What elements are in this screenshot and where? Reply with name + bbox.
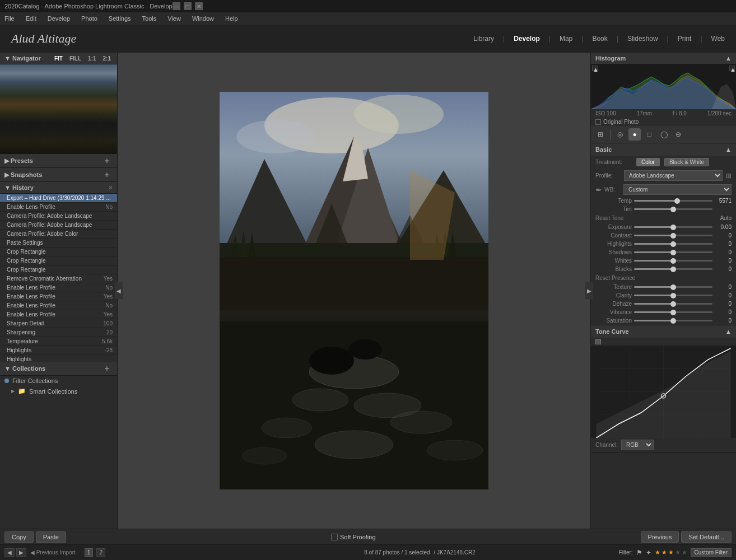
shadow-clip-indicator[interactable]: ▲ <box>592 66 598 71</box>
menu-edit[interactable]: Edit <box>24 14 39 23</box>
blacks-slider[interactable] <box>634 268 712 270</box>
set-default-button[interactable]: Set Default... <box>681 531 732 543</box>
channel-select[interactable]: RGB Red Green Blue <box>621 440 654 450</box>
contrast-thumb[interactable] <box>670 233 676 239</box>
history-item[interactable]: Paste Settings <box>0 239 117 248</box>
navigator-header[interactable]: ▼ Navigator FIT FILL 1:1 2:1 <box>0 53 117 64</box>
zoom-2-1[interactable]: 2:1 <box>101 55 113 62</box>
nav-library[interactable]: Library <box>473 35 494 43</box>
filmstrip-forward-button[interactable]: ▶ <box>16 548 26 557</box>
highlights-thumb[interactable] <box>670 241 676 247</box>
star-5[interactable]: ★ <box>682 549 687 556</box>
history-item[interactable]: Camera Profile: Adobe Landscape <box>0 221 117 230</box>
vibrance-thumb[interactable] <box>670 310 676 315</box>
smart-collections-item[interactable]: ▶ 📁 Smart Collections <box>0 386 117 396</box>
highlights-slider[interactable] <box>634 243 712 245</box>
snapshots-header[interactable]: ▶ Snapshots + <box>0 168 117 182</box>
copy-button[interactable]: Copy <box>4 531 34 543</box>
texture-slider[interactable] <box>634 286 712 288</box>
history-item[interactable]: Crop Rectangle <box>0 256 117 265</box>
custom-filter-button[interactable]: Custom Filter <box>691 548 732 557</box>
tint-slider[interactable] <box>634 208 712 210</box>
filmstrip-view-1[interactable]: 1 <box>85 548 94 557</box>
history-item[interactable]: Highlights -28 <box>0 346 117 355</box>
history-item[interactable]: Enable Lens Profile Yes <box>0 292 117 301</box>
original-photo-toggle[interactable]: Original Photo <box>591 118 736 126</box>
color-button[interactable]: Color <box>636 158 660 166</box>
contrast-slider[interactable] <box>634 235 712 236</box>
tint-thumb[interactable] <box>670 207 676 212</box>
history-item[interactable]: Sharpening 20 <box>0 328 117 337</box>
history-item[interactable]: Enable Lens Profile No <box>0 203 117 212</box>
collections-add-button[interactable]: + <box>101 364 113 373</box>
history-clear[interactable]: ✕ <box>108 185 113 191</box>
whites-slider[interactable] <box>634 260 712 262</box>
menu-tools[interactable]: Tools <box>140 14 159 23</box>
collections-header[interactable]: ▼ Collections + <box>0 362 117 376</box>
blacks-thumb[interactable] <box>670 267 676 272</box>
wb-eyedropper-icon[interactable]: ✒ <box>595 185 602 194</box>
history-header[interactable]: ▼ History ✕ <box>0 182 117 194</box>
whites-thumb[interactable] <box>670 258 676 264</box>
paste-button[interactable]: Paste <box>36 531 66 543</box>
exposure-thumb[interactable] <box>670 225 676 230</box>
star-3[interactable]: ★ <box>668 549 674 556</box>
filter-collections-item[interactable]: Filter Collections <box>0 376 117 386</box>
texture-thumb[interactable] <box>670 284 676 290</box>
star-4[interactable]: ★ <box>675 549 681 556</box>
presets-header[interactable]: ▶ Presets + <box>0 154 117 168</box>
dehaze-slider[interactable] <box>634 303 712 305</box>
black-white-button[interactable]: Black & White <box>664 158 709 166</box>
zoom-1-1[interactable]: 1:1 <box>86 55 97 62</box>
shadows-thumb[interactable] <box>670 250 676 255</box>
shadows-slider[interactable] <box>634 251 712 253</box>
history-item[interactable]: Temperature 5.6k <box>0 337 117 346</box>
history-item[interactable]: Enable Lens Profile No <box>0 301 117 310</box>
previous-button[interactable]: Previous <box>641 531 679 543</box>
history-item[interactable]: Enable Lens Profile No <box>0 283 117 292</box>
menu-help[interactable]: Help <box>223 14 240 23</box>
dehaze-thumb[interactable] <box>670 301 676 307</box>
close-button[interactable]: ✕ <box>195 2 203 10</box>
menu-develop[interactable]: Develop <box>45 14 72 23</box>
spot-removal-tool[interactable]: ◎ <box>614 128 626 141</box>
history-item[interactable]: Highlights <box>0 355 117 362</box>
original-photo-checkbox[interactable] <box>595 119 601 125</box>
basic-panel-header[interactable]: Basic ▲ <box>591 143 736 156</box>
nav-map[interactable]: Map <box>560 35 572 43</box>
vibrance-slider[interactable] <box>634 311 712 313</box>
star-2[interactable]: ★ <box>662 549 667 556</box>
history-item[interactable]: Export – Hard Drive (3/30/2020 1:14:29 .… <box>0 194 117 203</box>
menu-settings[interactable]: Settings <box>106 14 133 23</box>
history-item[interactable]: Remove Chromatic Aberration Yes <box>0 274 117 283</box>
filmstrip-import-nav[interactable]: ◀ Previous Import <box>30 549 76 556</box>
profile-select[interactable]: Adobe Landscape <box>624 170 723 181</box>
presets-add-button[interactable]: + <box>101 156 113 165</box>
menu-photo[interactable]: Photo <box>79 14 100 23</box>
radial-filter-tool[interactable]: ◯ <box>658 128 670 141</box>
nav-print[interactable]: Print <box>678 35 692 43</box>
history-item[interactable]: Crop Rectangle <box>0 265 117 274</box>
red-eye-tool[interactable]: ● <box>628 128 641 141</box>
filmstrip-view-2[interactable]: 2 <box>96 548 105 557</box>
tone-curve-header[interactable]: Tone Curve ▲ <box>591 325 736 338</box>
temp-slider[interactable] <box>634 200 712 202</box>
saturation-thumb[interactable] <box>670 318 676 324</box>
filter-flag-icon[interactable]: ⚑ <box>636 549 642 557</box>
filmstrip-back-button[interactable]: ◀ <box>4 548 15 557</box>
nav-slideshow[interactable]: Slideshow <box>627 35 658 43</box>
exposure-slider[interactable] <box>634 226 712 228</box>
history-item[interactable]: Camera Profile: Adobe Color <box>0 230 117 239</box>
history-item[interactable]: Crop Rectangle <box>0 248 117 256</box>
reset-tone-auto-button[interactable]: Auto <box>720 215 732 221</box>
histogram-header[interactable]: Histogram ▲ <box>591 53 736 64</box>
clarity-thumb[interactable] <box>670 293 676 298</box>
star-1[interactable]: ★ <box>655 549 660 556</box>
minimize-button[interactable]: — <box>173 2 180 10</box>
nav-book[interactable]: Book <box>592 35 607 43</box>
menu-view[interactable]: View <box>165 14 183 23</box>
adjustment-brush-tool[interactable]: ⊖ <box>672 128 684 141</box>
soft-proofing-checkbox[interactable] <box>331 534 338 540</box>
history-item[interactable]: Enable Lens Profile Yes <box>0 310 117 319</box>
maximize-button[interactable]: □ <box>184 2 192 10</box>
